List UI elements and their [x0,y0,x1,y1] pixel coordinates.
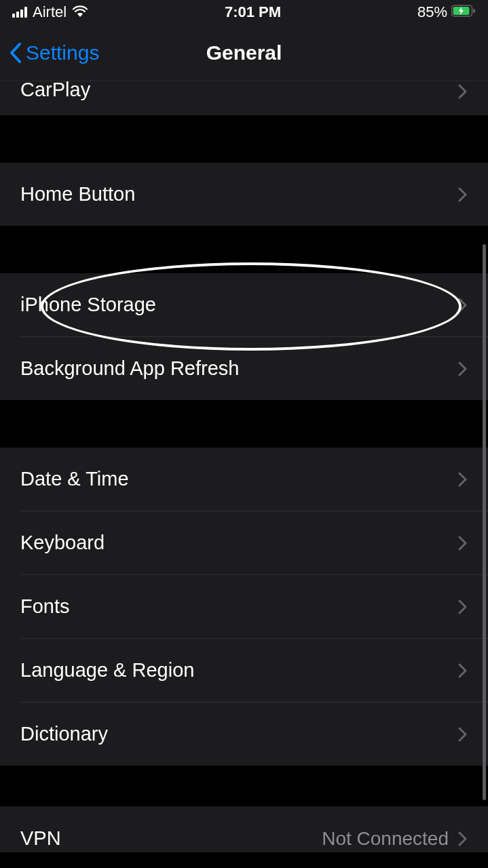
chevron-right-icon [458,831,468,846]
chevron-right-icon [458,599,468,614]
row-language-region[interactable]: Language & Region [0,639,488,702]
row-label: Keyboard [20,532,105,554]
status-bar: Airtel 7:01 PM 85% [0,0,488,24]
settings-list[interactable]: CarPlay Home Button iPhone Storage Backg… [0,81,488,868]
row-iphone-storage[interactable]: iPhone Storage [0,273,488,336]
row-label: iPhone Storage [20,294,156,316]
row-keyboard[interactable]: Keyboard [0,511,488,574]
row-label: Language & Region [20,659,194,682]
back-button[interactable]: Settings [0,41,99,64]
scroll-indicator[interactable] [483,244,486,800]
row-label: Date & Time [20,468,129,490]
row-label: Dictionary [20,723,108,745]
row-label: Background App Refresh [20,357,239,380]
chevron-right-icon [458,472,468,487]
row-value: Not Connected [322,828,449,850]
page-title: General [206,41,282,64]
row-label: CarPlay [20,81,90,101]
battery-charging-icon [451,3,476,21]
chevron-right-icon [458,298,468,313]
row-vpn[interactable]: VPN Not Connected [0,806,488,852]
chevron-right-icon [458,727,468,742]
back-label: Settings [26,41,99,64]
svg-rect-2 [473,9,475,13]
row-dictionary[interactable]: Dictionary [0,703,488,766]
carrier-label: Airtel [33,3,67,21]
chevron-right-icon [458,187,468,202]
row-label: VPN [20,827,61,850]
row-date-time[interactable]: Date & Time [0,448,488,511]
status-time: 7:01 PM [225,3,281,21]
battery-percent: 85% [417,3,447,21]
chevron-right-icon [458,84,468,99]
navigation-bar: Settings General [0,24,488,81]
row-label: Home Button [20,183,135,205]
chevron-right-icon [458,536,468,551]
chevron-left-icon [10,43,22,63]
row-label: Fonts [20,595,70,618]
row-background-app-refresh[interactable]: Background App Refresh [0,337,488,400]
chevron-right-icon [458,361,468,376]
row-carplay[interactable]: CarPlay [0,81,488,115]
status-right: 85% [417,3,476,21]
cellular-signal-icon [12,7,27,18]
row-home-button[interactable]: Home Button [0,163,488,226]
status-left: Airtel [12,3,88,21]
chevron-right-icon [458,663,468,678]
row-fonts[interactable]: Fonts [0,575,488,638]
wifi-icon [72,3,88,21]
